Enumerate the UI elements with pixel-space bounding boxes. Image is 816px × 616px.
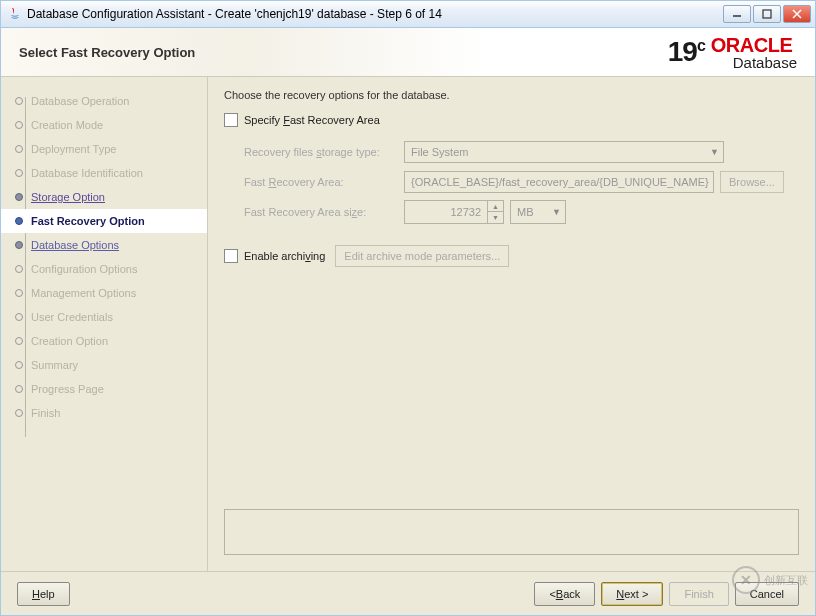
sidebar-item-user-credentials[interactable]: User Credentials	[15, 305, 207, 329]
fra-path-input[interactable]: {ORACLE_BASE}/fast_recovery_area/{DB_UNI…	[404, 171, 714, 193]
chevron-down-icon: ▼	[552, 207, 561, 217]
next-button[interactable]: Next >	[601, 582, 663, 606]
sidebar-item-summary[interactable]: Summary	[15, 353, 207, 377]
sidebar-item-database-identification[interactable]: Database Identification	[15, 161, 207, 185]
step-label: Deployment Type	[31, 143, 116, 155]
back-button[interactable]: < Back	[534, 582, 595, 606]
cancel-button[interactable]: Cancel	[735, 582, 799, 606]
sidebar-item-creation-mode[interactable]: Creation Mode	[15, 113, 207, 137]
step-dot-icon	[15, 121, 23, 129]
fra-path-label: Fast Recovery Area:	[244, 176, 404, 188]
fra-size-label: Fast Recovery Area size:	[244, 206, 404, 218]
step-dot-icon	[15, 145, 23, 153]
brand-database: Database	[733, 55, 797, 70]
intro-text: Choose the recovery options for the data…	[224, 89, 799, 101]
sidebar-item-creation-option[interactable]: Creation Option	[15, 329, 207, 353]
sidebar-item-fast-recovery-option[interactable]: Fast Recovery Option	[1, 209, 207, 233]
spinner-down-icon[interactable]: ▼	[488, 212, 503, 223]
fra-size-unit-combo[interactable]: MB ▼	[510, 200, 566, 224]
storage-type-label: Recovery files storage type:	[244, 146, 404, 158]
window-controls	[723, 5, 811, 23]
sidebar: Database Operation Creation Mode Deploym…	[1, 77, 208, 571]
sidebar-item-deployment-type[interactable]: Deployment Type	[15, 137, 207, 161]
close-button[interactable]	[783, 5, 811, 23]
step-label: Storage Option	[31, 191, 105, 203]
enable-archiving-label: Enable archiving	[244, 250, 325, 262]
step-dot-icon	[15, 193, 23, 201]
brand-version: 19c	[668, 36, 705, 68]
app-window: Database Configuration Assistant - Creat…	[0, 0, 816, 616]
step-label: Configuration Options	[31, 263, 137, 275]
oracle-brand: 19c ORACLE Database	[668, 35, 797, 70]
specify-fra-checkbox[interactable]	[224, 113, 238, 127]
step-dot-icon	[15, 337, 23, 345]
edit-archive-params-button[interactable]: Edit archive mode parameters...	[335, 245, 509, 267]
step-label: Management Options	[31, 287, 136, 299]
svg-rect-1	[763, 10, 771, 18]
step-dot-icon	[15, 265, 23, 273]
fra-path-value: {ORACLE_BASE}/fast_recovery_area/{DB_UNI…	[411, 176, 709, 188]
sidebar-item-database-options[interactable]: Database Options	[15, 233, 207, 257]
browse-button[interactable]: Browse...	[720, 171, 784, 193]
browse-label: Browse...	[729, 176, 775, 188]
fra-size-spinner[interactable]: 12732 ▲ ▼	[404, 200, 504, 224]
step-label: Progress Page	[31, 383, 104, 395]
step-dot-icon	[15, 361, 23, 369]
help-button[interactable]: Help	[17, 582, 70, 606]
window-title: Database Configuration Assistant - Creat…	[27, 7, 723, 21]
storage-type-value: File System	[411, 146, 468, 158]
spinner-buttons: ▲ ▼	[487, 201, 503, 223]
sidebar-item-progress-page[interactable]: Progress Page	[15, 377, 207, 401]
content-panel: Choose the recovery options for the data…	[208, 77, 815, 571]
footer: Help < Back Next > Finish Cancel	[1, 571, 815, 615]
maximize-button[interactable]	[753, 5, 781, 23]
step-dot-icon	[15, 97, 23, 105]
enable-archiving-checkbox[interactable]	[224, 249, 238, 263]
step-label: Fast Recovery Option	[31, 215, 145, 227]
fra-size-value: 12732	[405, 206, 487, 218]
sidebar-item-finish[interactable]: Finish	[15, 401, 207, 425]
chevron-down-icon: ▼	[710, 147, 719, 157]
header: Select Fast Recovery Option 19c ORACLE D…	[1, 28, 815, 77]
sidebar-item-management-options[interactable]: Management Options	[15, 281, 207, 305]
body: Database Operation Creation Mode Deploym…	[1, 77, 815, 571]
fra-size-unit-value: MB	[517, 206, 534, 218]
sidebar-item-configuration-options[interactable]: Configuration Options	[15, 257, 207, 281]
fra-form: Recovery files storage type: File System…	[244, 137, 799, 227]
finish-button: Finish	[669, 582, 728, 606]
step-dot-icon	[15, 409, 23, 417]
storage-type-combo[interactable]: File System ▼	[404, 141, 724, 163]
brand-oracle: ORACLE	[711, 35, 792, 55]
message-area	[224, 509, 799, 555]
edit-archive-params-label: Edit archive mode parameters...	[344, 250, 500, 262]
step-label: User Credentials	[31, 311, 113, 323]
step-label: Creation Mode	[31, 119, 103, 131]
page-title: Select Fast Recovery Option	[19, 45, 195, 60]
spinner-up-icon[interactable]: ▲	[488, 201, 503, 212]
sidebar-item-database-operation[interactable]: Database Operation	[15, 89, 207, 113]
step-dot-icon	[15, 241, 23, 249]
titlebar: Database Configuration Assistant - Creat…	[1, 1, 815, 28]
step-label: Finish	[31, 407, 60, 419]
step-label: Database Operation	[31, 95, 129, 107]
specify-fra-label: Specify Fast Recovery Area	[244, 114, 380, 126]
step-dot-icon	[15, 385, 23, 393]
step-dot-icon	[15, 169, 23, 177]
step-dot-icon	[15, 289, 23, 297]
step-dot-icon	[15, 313, 23, 321]
step-label: Database Identification	[31, 167, 143, 179]
specify-fra-row: Specify Fast Recovery Area	[224, 113, 799, 127]
sidebar-item-storage-option[interactable]: Storage Option	[15, 185, 207, 209]
step-label: Database Options	[31, 239, 119, 251]
step-label: Creation Option	[31, 335, 108, 347]
minimize-button[interactable]	[723, 5, 751, 23]
step-dot-icon	[15, 217, 23, 225]
step-label: Summary	[31, 359, 78, 371]
java-icon	[7, 6, 23, 22]
enable-archiving-row: Enable archiving Edit archive mode param…	[224, 245, 799, 267]
